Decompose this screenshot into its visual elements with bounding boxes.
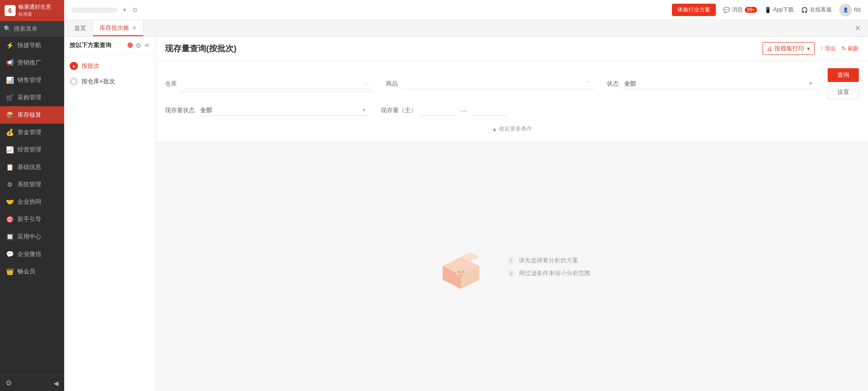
nav-label: 销售管理 [17,76,41,84]
sidebar-item-sales[interactable]: 📊 销售管理 [0,71,64,89]
nav-icon: 🛒 [5,94,14,101]
warehouse-more-btn[interactable]: ··· [363,81,371,87]
filter-area: 仓库 ··· 商品 ··· [156,61,868,142]
content-area: 按以下方案查询 ⊕ ⊙ ≪ ● 按批次 按仓库+批次 [64,37,868,391]
collapse-chevron-up-icon: ▲ [492,126,497,132]
warehouse-input[interactable] [184,78,369,89]
svg-point-0 [71,79,77,84]
scheme-add-btn[interactable]: ⊕ [127,42,133,49]
message-label: 消息 [732,6,743,14]
sidebar-item-finance[interactable]: 💰 资金管理 [0,124,64,141]
headset-icon: 🎧 [801,7,808,13]
search-icon: 🔍 [4,25,11,32]
settings-btn[interactable]: 设置 [828,85,859,99]
sidebar-item-system[interactable]: ⚙ 系统管理 [0,176,64,193]
nav-icon: ⚙ [5,181,14,188]
print-btn[interactable]: 🖨 按模板打印 ▼ [763,42,815,55]
scheme-item-by-batch[interactable]: ● 按批次 [64,58,155,74]
scheme-item-by-warehouse-batch[interactable]: 按仓库+批次 [64,74,155,89]
export-label: 导出 [825,45,836,53]
goods-input[interactable] [401,78,594,89]
settings-icon[interactable]: ⚙ [5,379,12,387]
scheme-settings-btn[interactable]: ⊙ [136,42,141,49]
sidebar-item-member[interactable]: 👑 畅会员 [0,263,64,280]
sidebar-item-weixin[interactable]: 💬 企业微信 [0,245,64,263]
hint-item-1: 1 请先选择要分析的方案 [507,256,590,265]
tab-bar-close-btn[interactable]: ✕ [851,22,864,34]
scheme-header: 按以下方案查询 ⊕ ⊙ ≪ [64,37,155,54]
export-btn[interactable]: ↑ 导出 [820,45,836,53]
qty-min-input[interactable] [420,105,457,116]
status-select[interactable]: 全部 正常 停用 [622,78,815,89]
status-select-wrap: 全部 正常 停用 ▼ [622,78,815,89]
topbar-settings-icon[interactable]: ⚙ [132,6,138,14]
nav-icon: ⚡ [5,42,14,49]
sidebar-item-quick-nav[interactable]: ⚡ 快捷导航 [0,37,64,54]
user-avatar-btn[interactable]: 👤 Rit [839,4,861,16]
sidebar-item-guide[interactable]: 🎯 新手引导 [0,211,64,228]
scheme-item-label: 按批次 [82,62,99,70]
collapse-more-btn[interactable]: ▲ 收起更多条件 [165,121,859,135]
scheme-title: 按以下方案查询 [70,41,111,49]
sidebar: 6 畅康通好生意 标准版 🔍 搜索菜单 ⚡ 快捷导航 📢 营销推广 📊 销售管理… [0,0,64,391]
refresh-icon: ↻ [841,45,846,52]
tab-close-icon[interactable]: ✕ [132,25,137,31]
refresh-btn[interactable]: ↻ 刷新 [841,45,859,53]
print-chevron-icon[interactable]: ▼ [806,46,811,51]
try-industry-btn[interactable]: 体验行业方案 [672,4,716,16]
status-field: 状态 全部 正常 停用 ▼ [607,78,815,89]
sidebar-item-app-center[interactable]: 🔲 应用中心 [0,228,64,245]
sidebar-item-purchase[interactable]: 🛒 采购管理 [0,89,64,106]
app-download-btn[interactable]: 📱 App下载 [764,6,794,14]
status-label: 状态 [607,80,619,88]
tab-bar: 首页 库存批次账 ✕ ✕ [64,20,868,37]
message-btn[interactable]: 💬 消息 99+ [723,6,757,14]
stock-status-label: 现存量状态 [165,106,195,114]
topbar-chevron-icon[interactable]: ▼ [122,7,127,13]
stock-status-select[interactable]: 全部 有库存 无库存 [198,105,368,115]
empty-hints: 1 请先选择要分析的方案 2 用过滤条件来缩小分析范围 [507,256,590,277]
collapse-sidebar-icon[interactable]: ◀ [54,380,59,387]
nav-icon: 📋 [5,163,14,171]
online-service-btn[interactable]: 🎧 在线客服 [801,6,832,14]
qty-max-input[interactable] [470,105,507,116]
warehouse-input-wrap: ··· [181,76,373,92]
sidebar-item-marketing[interactable]: 📢 营销推广 [0,54,64,71]
sidebar-search[interactable]: 🔍 搜索菜单 [0,21,64,37]
query-btn[interactable]: 查询 [828,68,859,82]
nav-label: 新手引导 [17,215,41,223]
nav-label: 畅会员 [17,267,35,276]
goods-more-btn[interactable]: ··· [584,78,592,85]
nav-label: 经营管理 [17,146,41,154]
sidebar-item-basics[interactable]: 📋 基础信息 [0,158,64,176]
page-actions: 🖨 按模板打印 ▼ ↑ 导出 ↻ 刷新 [763,42,859,55]
sidebar-item-operation[interactable]: 📈 经营管理 [0,141,64,158]
nav-icon: 👑 [5,268,14,275]
nav-label: 基础信息 [17,163,41,171]
user-avatar: 👤 [839,4,852,16]
tab-inventory-batch[interactable]: 库存批次账 ✕ [93,20,143,36]
stock-status-select-wrap: 全部 有库存 无库存 ▼ [198,105,368,116]
hint-num-2: 2 [507,269,515,277]
topbar-search-box[interactable] [71,8,117,12]
sidebar-item-enterprise[interactable]: 🤝 企业协同 [0,193,64,211]
export-icon: ↑ [820,45,823,52]
company-name: 畅康通好生意 [18,4,51,11]
scheme-actions: ⊕ ⊙ ≪ [127,42,150,49]
goods-label: 商品 [386,80,398,88]
scheme-list: ● 按批次 按仓库+批次 [64,54,155,391]
print-icon: 🖨 [767,45,773,52]
sidebar-item-inventory[interactable]: 📦 库存核算 [0,106,64,124]
svg-point-8 [462,271,464,273]
nav-icon: 🤝 [5,198,14,206]
qty-label: 现存量（主） [381,106,417,114]
nav-label: 企业协同 [17,198,41,206]
tab-inventory-batch-label: 库存批次账 [99,24,129,32]
scheme-dot-active: ● [70,62,78,70]
tab-home[interactable]: 首页 [68,20,93,36]
warehouse-field: 仓库 ··· [165,76,373,92]
goods-input-wrap: ··· [401,78,594,89]
main-area: ▼ ⚙ 体验行业方案 💬 消息 99+ 📱 App下载 🎧 在线客服 👤 [64,0,868,391]
empty-state: 1 请先选择要分析的方案 2 用过滤条件来缩小分析范围 [156,142,868,391]
scheme-collapse-btn[interactable]: ≪ [144,42,150,49]
